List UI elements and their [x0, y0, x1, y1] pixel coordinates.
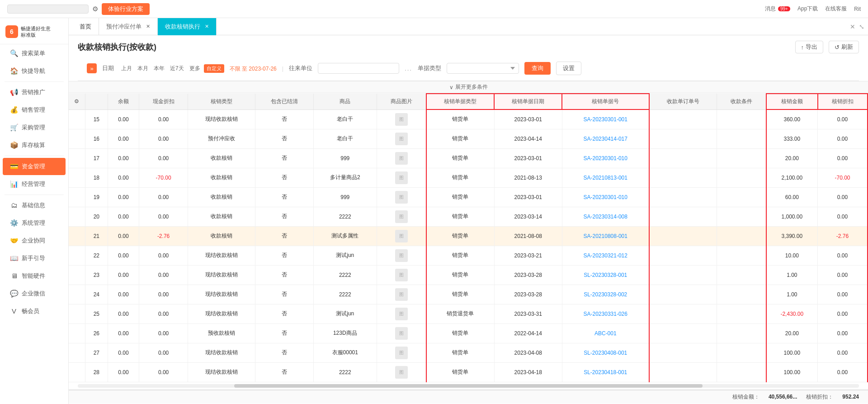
tab-home[interactable]: 首页 — [72, 18, 99, 35]
tab-prepay-close[interactable]: ✕ — [146, 24, 150, 29]
cell-billno: SA-20230301-010 — [562, 187, 649, 207]
sidebar-item-smart[interactable]: 🖥智能硬件 — [3, 267, 66, 285]
filter-settings-button[interactable]: 设置 — [556, 62, 581, 75]
sidebar-item-label-quicknav: 快捷导航 — [22, 67, 45, 75]
sidebar-item-guide[interactable]: 📖新手引导 — [3, 250, 66, 267]
cell-canceldiscount: 0.00 — [818, 207, 868, 226]
export-icon: ↑ — [801, 44, 804, 51]
bill-no-link[interactable]: SA-20230314-008 — [584, 214, 627, 220]
filter-toggle-button[interactable]: » — [87, 63, 97, 73]
cell-billdate: 2023-03-14 — [494, 207, 562, 226]
bill-no-link[interactable]: SA-20210808-001 — [584, 233, 627, 239]
bill-no-link[interactable]: SL-20230418-001 — [584, 369, 627, 375]
cell-goodsimg: 图 — [377, 343, 426, 362]
bill-no-link[interactable]: SL-20230328-001 — [584, 272, 627, 278]
sidebar-item-search[interactable]: 🔍搜索菜单 — [3, 45, 66, 62]
quicknav-icon: 🏠 — [10, 67, 18, 75]
sidebar-item-basic[interactable]: 🗂基础信息 — [3, 197, 66, 214]
bill-type-select[interactable] — [447, 63, 519, 74]
bill-no-link[interactable]: SL-20230408-001 — [584, 350, 627, 356]
table-container[interactable]: ⚙ 余额 现金折扣 核销类型 包含已结清 商品 商品图片 核销单据类型 核销单据… — [69, 93, 868, 404]
partner-input[interactable] — [318, 63, 399, 74]
bill-no-link[interactable]: SA-20230321-012 — [584, 252, 627, 259]
tab-expand-button[interactable]: ⤡ — [859, 23, 864, 30]
cell-canceldiscount: -70.00 — [818, 168, 868, 187]
bill-no-link[interactable]: SL-20230328-002 — [584, 291, 627, 298]
cell-billdoctype: 销货单 — [426, 187, 494, 207]
table-row: 25 0.00 0.00 现结收款核销 否 测试jun 图 销货退货单 2023… — [69, 304, 868, 323]
scrollbar-thumb[interactable] — [234, 384, 703, 388]
sidebar-item-quicknav[interactable]: 🏠快捷导航 — [3, 62, 66, 80]
sidebar-item-marketing[interactable]: 📢营销推广 — [3, 84, 66, 101]
cell-balance: 0.00 — [108, 168, 139, 187]
bill-no-link[interactable]: SA-20230414-017 — [584, 136, 627, 142]
cell-included: 否 — [255, 362, 314, 382]
cancel-discount-total: 952.24 — [842, 394, 859, 400]
cell-no: 16 — [85, 129, 108, 148]
search-icon: 🔍 — [10, 49, 18, 57]
breadcrumb-input[interactable] — [7, 5, 89, 14]
date-this-month[interactable]: 本月 — [136, 64, 150, 73]
cell-no: 27 — [85, 343, 108, 362]
cell-included: 否 — [255, 168, 314, 187]
bill-no-link[interactable]: ABC-001 — [594, 330, 617, 337]
th-canceldiscount: 核销折扣 — [818, 94, 868, 109]
tab-collection-close[interactable]: ✕ — [205, 24, 209, 29]
settings-icon[interactable]: ⚙ — [92, 5, 98, 13]
online-service-link[interactable]: 在线客服 — [825, 5, 847, 13]
guide-icon: 📖 — [10, 254, 18, 262]
th-balance: 余额 — [108, 94, 139, 109]
cell-discount: 0.00 — [139, 343, 188, 362]
bill-no-link[interactable]: SA-20230301-010 — [584, 194, 627, 200]
tab-prepay[interactable]: 预付冲应付单 ✕ — [99, 18, 158, 35]
horizontal-scrollbar[interactable] — [78, 384, 859, 388]
sidebar-item-operation[interactable]: 📊经营管理 — [3, 176, 66, 193]
th-included: 包含已结清 — [255, 94, 314, 109]
bill-no-link[interactable]: SA-20230331-026 — [584, 311, 627, 317]
logo-icon: 6 — [5, 25, 18, 38]
marketing-icon: 📢 — [10, 88, 18, 96]
sidebar-item-enterprise[interactable]: 🤝企业协同 — [3, 232, 66, 249]
date-more[interactable]: 更多 — [188, 64, 202, 73]
sidebar-item-wechat[interactable]: 💬企业微信 — [3, 285, 66, 302]
page-header: 收款核销执行(按收款) ↑ 导出 ↺ 刷新 » 日期 上月 — [69, 35, 868, 81]
expand-button[interactable]: ∨ 展开更多条件 — [449, 83, 488, 91]
cell-billdate: 2023-04-18 — [494, 362, 562, 382]
sidebar-item-inventory[interactable]: 📦库存核算 — [3, 137, 66, 154]
bill-no-link[interactable]: SA-20230301-001 — [584, 116, 627, 123]
message-link[interactable]: 消息 99+ — [765, 5, 790, 13]
tab-close-all-button[interactable]: ✕ — [850, 23, 855, 30]
app-download-link[interactable]: App下载 — [797, 5, 818, 13]
cell-type: 现结收款核销 — [188, 109, 255, 129]
cell-billno: SA-20230321-012 — [562, 246, 649, 265]
date-custom[interactable]: 自定义 — [204, 64, 224, 73]
query-button[interactable]: 查询 — [524, 62, 551, 75]
bill-no-link[interactable]: SA-20210813-001 — [584, 175, 627, 181]
date-7days[interactable]: 近7天 — [168, 64, 186, 73]
cell-canceldiscount: 0.00 — [818, 304, 868, 323]
cell-receiptorderno — [649, 362, 717, 382]
bill-no-link[interactable]: SA-20230301-010 — [584, 155, 627, 162]
cell-type: 现结收款核销 — [188, 285, 255, 304]
sidebar-item-label-search: 搜索菜单 — [22, 49, 45, 57]
sidebar-item-member[interactable]: V畅会员 — [3, 303, 66, 320]
refresh-button[interactable]: ↺ 刷新 — [829, 41, 859, 53]
cell-gear — [69, 226, 85, 246]
sidebar-item-label-sales: 销售管理 — [22, 106, 45, 114]
date-last-month[interactable]: 上月 — [119, 64, 134, 73]
tab-collection[interactable]: 收款核销执行 ✕ — [158, 18, 217, 35]
sidebar-item-sales[interactable]: 💰销售管理 — [3, 101, 66, 119]
th-gear[interactable]: ⚙ — [69, 94, 85, 109]
export-button[interactable]: ↑ 导出 — [795, 41, 824, 53]
sidebar-item-capital[interactable]: 💳资金管理 — [3, 158, 66, 175]
sidebar-item-system[interactable]: ⚙️系统管理 — [3, 214, 66, 232]
cell-billno: SL-20230408-001 — [562, 343, 649, 362]
cell-cancelamount: 10.00 — [766, 246, 818, 265]
date-this-year[interactable]: 本年 — [152, 64, 166, 73]
cell-included: 否 — [255, 109, 314, 129]
sidebar-item-purchase[interactable]: 🛒采购管理 — [3, 119, 66, 136]
cell-billdoctype: 销货单 — [426, 343, 494, 362]
cell-discount: 0.00 — [139, 129, 188, 148]
cell-discount: 0.00 — [139, 187, 188, 207]
solution-button[interactable]: 体验行业方案 — [102, 3, 150, 15]
